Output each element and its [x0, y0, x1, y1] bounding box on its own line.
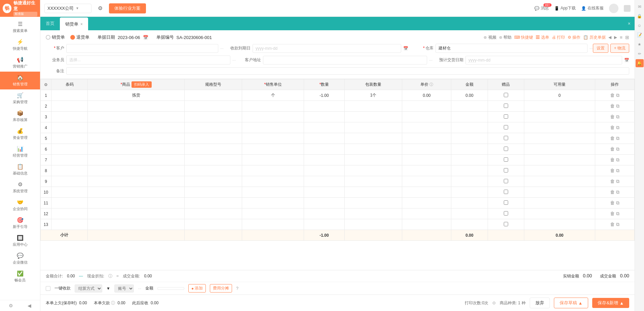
doc-debt-info[interactable]: ⓘ	[111, 301, 115, 305]
payment-amount-input[interactable]	[157, 287, 184, 290]
row-packqty[interactable]: 1个	[344, 90, 402, 101]
row-barcode[interactable]	[51, 155, 88, 165]
row-gift[interactable]	[488, 122, 524, 133]
delivery-date-input[interactable]: yyyy-mm-dd	[465, 56, 622, 65]
sidebar-item-operations[interactable]: 📊 经营管理	[0, 143, 40, 161]
row-action[interactable]: 🗑 ⧉	[595, 122, 634, 133]
row-product[interactable]	[88, 165, 185, 176]
row-barcode[interactable]	[51, 144, 88, 155]
row-unit[interactable]	[242, 155, 304, 165]
row-unit[interactable]	[242, 187, 304, 198]
online-service-btn[interactable]: 👤 在线客服	[581, 5, 604, 11]
copy-row-btn[interactable]: ⧉	[616, 211, 619, 216]
sidebar-item-shortcut[interactable]: ⚡ 快捷导航	[0, 36, 40, 54]
row-amount[interactable]	[451, 133, 488, 144]
row-quantity[interactable]	[304, 208, 345, 219]
sidebar-item-search[interactable]: ☰ 搜索菜单	[0, 18, 40, 36]
settlement-method-select[interactable]: 结算方式	[75, 284, 102, 293]
row-product[interactable]: 拣货	[88, 90, 185, 101]
panel-smiley-btn[interactable]: ☺	[636, 22, 644, 30]
row-action[interactable]: 🗑 ⧉	[595, 208, 634, 219]
panel-star-btn[interactable]: ★	[636, 40, 644, 48]
delete-row-btn[interactable]: 🗑	[610, 200, 615, 205]
row-unit[interactable]	[242, 144, 304, 155]
copy-row-btn[interactable]: ⧉	[616, 114, 619, 119]
date-value[interactable]: 2023-06-06	[118, 35, 140, 40]
toolbar-history[interactable]: 📋 历史单据	[583, 35, 605, 40]
row-price[interactable]: 0.00	[402, 90, 451, 101]
row-barcode[interactable]	[51, 90, 88, 101]
row-quantity[interactable]	[304, 112, 345, 122]
row-gift[interactable]	[488, 176, 524, 187]
row-action[interactable]: 🗑 ⧉	[595, 187, 634, 198]
sidebar-item-inventory[interactable]: 📦 库存核算	[0, 107, 40, 125]
row-price[interactable]	[402, 112, 451, 122]
fee-split-btn[interactable]: 费用分摊	[210, 284, 232, 293]
toolbar-select[interactable]: ☰ 选单	[536, 35, 549, 40]
account-select[interactable]: 账号	[114, 284, 134, 293]
row-quantity[interactable]	[304, 176, 345, 187]
save-draft-btn[interactable]: 保存草稿 ▲	[554, 298, 589, 308]
sidebar-item-finance[interactable]: 💰 资金管理	[0, 125, 40, 143]
settings-btn[interactable]: 设置	[593, 44, 608, 53]
row-action[interactable]: 🗑 ⧉	[595, 101, 634, 112]
delete-row-btn[interactable]: 🗑	[610, 103, 615, 109]
row-spec[interactable]	[184, 198, 242, 208]
panel-edit-btn[interactable]: ✏	[636, 50, 644, 58]
customer-more-icon[interactable]: ···	[220, 46, 224, 51]
row-barcode[interactable]	[51, 219, 88, 230]
row-gift[interactable]	[488, 187, 524, 198]
row-packqty[interactable]	[344, 187, 402, 198]
row-barcode[interactable]	[51, 122, 88, 133]
copy-row-btn[interactable]: ⧉	[616, 103, 619, 109]
row-amount[interactable]	[451, 198, 488, 208]
copy-row-btn[interactable]: ⧉	[616, 157, 619, 162]
row-price[interactable]	[402, 176, 451, 187]
row-product[interactable]	[88, 155, 185, 165]
nav-next-icon[interactable]: ▶	[614, 35, 617, 40]
sidebar-item-member[interactable]: ✅ 畅会员	[0, 268, 40, 285]
delete-row-btn[interactable]: 🗑	[610, 168, 615, 173]
warehouse-more-icon[interactable]: ···	[590, 46, 593, 51]
row-quantity[interactable]	[304, 187, 345, 198]
toolbar-video[interactable]: ⊙ 视频	[484, 35, 496, 40]
tab-close-icon[interactable]: ×	[80, 22, 83, 27]
row-packqty[interactable]	[344, 133, 402, 144]
row-action[interactable]: 🗑 ⧉	[595, 133, 634, 144]
sidebar-item-appstore[interactable]: 🔲 应用中心	[0, 232, 40, 250]
delete-row-btn[interactable]: 🗑	[610, 125, 615, 130]
row-product[interactable]	[88, 122, 185, 133]
row-packqty[interactable]	[344, 176, 402, 187]
row-gift[interactable]	[488, 101, 524, 112]
tab-home[interactable]: 首页	[40, 17, 60, 30]
copy-row-btn[interactable]: ⧉	[616, 146, 619, 152]
row-quantity[interactable]	[304, 133, 345, 144]
row-unit[interactable]	[242, 208, 304, 219]
row-amount[interactable]	[451, 208, 488, 219]
row-barcode[interactable]	[51, 133, 88, 144]
delete-row-btn[interactable]: 🗑	[610, 189, 615, 195]
row-gift[interactable]	[488, 90, 524, 101]
row-quantity[interactable]	[304, 122, 345, 133]
row-barcode[interactable]	[51, 112, 88, 122]
row-action[interactable]: 🗑 ⧉	[595, 165, 634, 176]
message-btn[interactable]: 💬 消息 99+	[534, 5, 549, 11]
row-product[interactable]	[88, 208, 185, 219]
user-avatar[interactable]	[609, 4, 618, 13]
row-product[interactable]	[88, 198, 185, 208]
row-amount[interactable]	[451, 176, 488, 187]
row-gift[interactable]	[488, 208, 524, 219]
account-more-icon[interactable]: ···	[138, 286, 141, 291]
row-spec[interactable]	[184, 165, 242, 176]
row-quantity[interactable]	[304, 165, 345, 176]
delete-row-btn[interactable]: 🗑	[610, 157, 615, 162]
row-barcode[interactable]	[51, 198, 88, 208]
row-barcode[interactable]	[51, 208, 88, 219]
table-settings-icon[interactable]: ⚙	[44, 82, 48, 87]
row-action[interactable]: 🗑 ⧉	[595, 90, 634, 101]
sidebar-collapse-btn[interactable]: ◀	[28, 303, 31, 308]
panel-notification-btn[interactable]: 🔔	[636, 59, 644, 67]
row-packqty[interactable]	[344, 101, 402, 112]
tab-sales-order[interactable]: 销货单 ×	[60, 17, 88, 31]
row-packqty[interactable]	[344, 122, 402, 133]
